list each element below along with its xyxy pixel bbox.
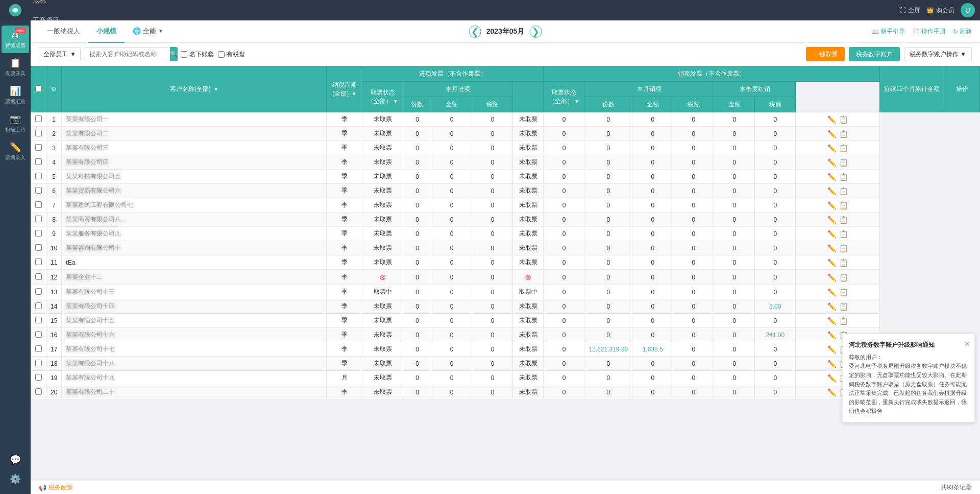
copy-icon[interactable]: 📋 — [839, 258, 848, 267]
row-checkbox-cell[interactable] — [31, 314, 46, 328]
edit-icon[interactable]: ✏️ — [827, 173, 836, 181]
row-checkbox[interactable] — [35, 144, 42, 151]
edit-icon[interactable]: ✏️ — [827, 158, 836, 167]
tax-period-header[interactable]: 纳税周期(全部) ▼ — [327, 66, 362, 112]
copy-icon[interactable]: 📋 — [839, 230, 848, 238]
row-checkbox-cell[interactable] — [31, 342, 46, 357]
edit-icon[interactable]: ✏️ — [827, 230, 836, 238]
copy-icon[interactable]: 📋 — [839, 317, 848, 325]
sales-status-header[interactable]: 取票状态（全部）▼ — [544, 82, 584, 112]
nav-item-报税[interactable]: 报税 — [26, 0, 66, 10]
edit-icon[interactable]: ✏️ — [827, 273, 836, 281]
tax-policy-label[interactable]: 税务政策 — [48, 483, 73, 492]
row-checkbox[interactable] — [35, 173, 42, 179]
sidebar-item-message[interactable]: 💬 — [2, 450, 29, 469]
tab-small-scale[interactable]: 小规模 — [88, 20, 125, 43]
youshuipan-checkbox-label[interactable]: 有税盘 — [218, 50, 245, 59]
copy-icon[interactable]: 📋 — [839, 273, 848, 281]
copy-icon[interactable]: 📋 — [839, 201, 848, 209]
edit-icon[interactable]: ✏️ — [827, 331, 836, 339]
row-checkbox[interactable] — [35, 388, 42, 395]
row-checkbox-cell[interactable] — [31, 255, 46, 270]
row-checkbox-cell[interactable] — [31, 241, 46, 255]
edit-icon[interactable]: ✏️ — [827, 187, 836, 195]
customer-name-header[interactable]: 客户名称(全部) ▼ — [62, 66, 327, 112]
copy-icon[interactable]: 📋 — [839, 158, 848, 167]
row-checkbox[interactable] — [35, 230, 42, 237]
copy-icon[interactable]: 📋 — [839, 130, 848, 138]
new-guide-btn[interactable]: 📖 新手引导 — [871, 27, 905, 36]
copy-icon[interactable]: 📋 — [839, 244, 848, 252]
edit-icon[interactable]: ✏️ — [827, 130, 836, 138]
copy-icon[interactable]: 📋 — [839, 173, 848, 181]
edit-icon[interactable]: ✏️ — [827, 374, 836, 382]
row-checkbox-cell[interactable] — [31, 285, 46, 299]
row-checkbox-cell[interactable] — [31, 385, 46, 399]
row-checkbox[interactable] — [35, 244, 42, 251]
edit-icon[interactable]: ✏️ — [827, 144, 836, 152]
copy-icon[interactable]: 📋 — [839, 216, 848, 224]
row-checkbox[interactable] — [35, 345, 42, 352]
row-checkbox[interactable] — [35, 273, 42, 280]
table-wrapper[interactable]: ⚙ 客户名称(全部) ▼ 纳税周期(全部) ▼ 进项发票（不含作废票） 销项发票… — [31, 66, 980, 481]
edit-icon[interactable]: ✏️ — [827, 302, 836, 311]
row-checkbox[interactable] — [35, 130, 42, 136]
search-input[interactable] — [85, 51, 170, 58]
copy-icon[interactable]: 📋 — [839, 302, 848, 311]
row-checkbox[interactable] — [35, 187, 42, 194]
row-checkbox[interactable] — [35, 360, 42, 366]
manual-btn[interactable]: 📄 操作手册 — [912, 27, 946, 36]
copy-icon[interactable]: 📋 — [839, 115, 848, 124]
edit-icon[interactable]: ✏️ — [827, 360, 836, 368]
row-checkbox-cell[interactable] — [31, 141, 46, 155]
edit-icon[interactable]: ✏️ — [827, 201, 836, 209]
next-month-btn[interactable]: ❯ — [529, 26, 542, 38]
sidebar-item-1[interactable]: 📋发票开具 — [2, 53, 29, 81]
row-checkbox-cell[interactable] — [31, 127, 46, 141]
row-checkbox[interactable] — [35, 258, 42, 265]
edit-icon[interactable]: ✏️ — [827, 258, 836, 267]
tab-all[interactable]: 🌐 全能 ▼ — [125, 20, 172, 43]
row-checkbox[interactable] — [35, 115, 42, 122]
row-checkbox-cell[interactable] — [31, 299, 46, 314]
row-checkbox[interactable] — [35, 201, 42, 208]
prev-month-btn[interactable]: ❮ — [469, 26, 481, 38]
search-button[interactable]: 🔍 — [170, 47, 178, 61]
row-checkbox-cell[interactable] — [31, 328, 46, 342]
sidebar-item-3[interactable]: 📷扫描上传 — [2, 109, 29, 137]
copy-icon[interactable]: 📋 — [839, 187, 848, 195]
refresh-btn[interactable]: ↻ 刷新 — [953, 27, 972, 36]
sidebar-item-0[interactable]: 🖨智能取票new — [2, 26, 29, 53]
edit-icon[interactable]: ✏️ — [827, 288, 836, 296]
row-checkbox[interactable] — [35, 331, 42, 338]
edit-icon[interactable]: ✏️ — [827, 388, 836, 396]
xiamingzhangset-checkbox[interactable] — [181, 51, 187, 58]
select-all-checkbox[interactable] — [35, 85, 42, 92]
member-btn[interactable]: 👑 购会员 — [926, 6, 954, 15]
row-checkbox[interactable] — [35, 317, 42, 323]
edit-icon[interactable]: ✏️ — [827, 115, 836, 124]
notification-close-btn[interactable]: ✕ — [964, 338, 970, 349]
sidebar-item-2[interactable]: 📊票据汇总 — [2, 81, 29, 109]
employee-select[interactable]: 全部员工 ▼ — [39, 47, 81, 61]
avatar[interactable]: U — [961, 3, 975, 17]
shuiwu-digital-btn[interactable]: 税务数字账户 — [849, 47, 900, 61]
income-status-header[interactable]: 取票状态（全部）▼ — [362, 82, 403, 112]
edit-icon[interactable]: ✏️ — [827, 317, 836, 325]
sidebar-item-4[interactable]: ✏️票据录入 — [2, 137, 29, 166]
row-checkbox[interactable] — [35, 216, 42, 222]
edit-icon[interactable]: ✏️ — [827, 345, 836, 354]
settings-header[interactable]: ⚙ — [46, 66, 62, 112]
tab-general[interactable]: 一般纳税人 — [39, 20, 88, 43]
copy-icon[interactable]: 📋 — [839, 288, 848, 296]
shuiwu-caozuo-btn[interactable]: 税务数字账户操作 ▼ — [904, 47, 972, 61]
xiaming-checkbox-label[interactable]: 名下账套 — [181, 50, 214, 59]
row-checkbox[interactable] — [35, 158, 42, 165]
row-checkbox-cell[interactable] — [31, 213, 46, 227]
row-checkbox-cell[interactable] — [31, 371, 46, 385]
row-checkbox[interactable] — [35, 288, 42, 295]
row-checkbox-cell[interactable] — [31, 227, 46, 241]
row-checkbox-cell[interactable] — [31, 357, 46, 371]
row-checkbox-cell[interactable] — [31, 155, 46, 170]
sidebar-item-settings[interactable]: ⚙️ — [2, 469, 29, 489]
